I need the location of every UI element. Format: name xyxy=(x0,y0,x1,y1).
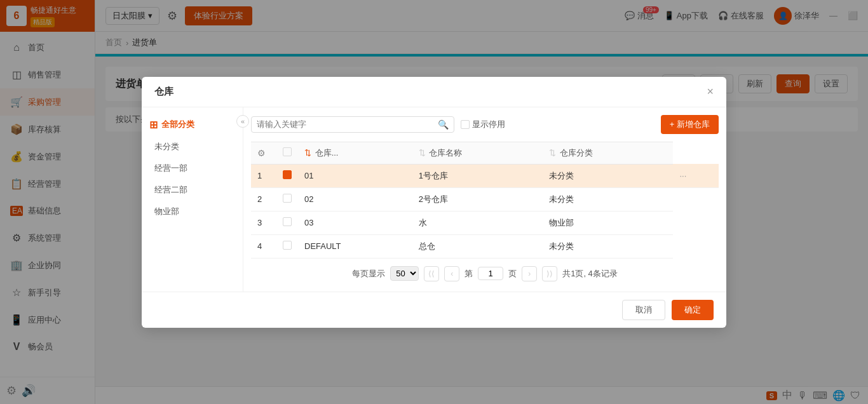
sort-icon2: ⇅ xyxy=(419,148,426,158)
row-no: 4 xyxy=(251,234,276,258)
show-disabled-checkbox[interactable] xyxy=(461,120,470,129)
show-disabled-label: 显示停用 xyxy=(472,119,505,130)
per-page-select[interactable]: 50 xyxy=(390,266,419,281)
th-checkbox xyxy=(276,142,298,164)
row-checkbox[interactable] xyxy=(276,211,298,234)
search-box: 🔍 xyxy=(251,116,454,133)
category-label: 物业部 xyxy=(154,206,179,216)
row-no: 2 xyxy=(251,187,276,211)
category-sidebar: ⊞ 全部分类 « 未分类 经营一部 经营二部 物业部 xyxy=(142,107,243,292)
search-icon[interactable]: 🔍 xyxy=(438,119,449,130)
row-code: DEFAULT xyxy=(298,234,412,258)
row-name: 水 xyxy=(412,211,543,234)
table-toolbar: 🔍 显示停用 + 新增仓库 xyxy=(251,115,719,134)
show-disabled-toggle: 显示停用 xyxy=(461,119,505,130)
category-label: 未分类 xyxy=(154,142,179,151)
per-page-label: 每页显示 xyxy=(352,268,385,279)
category-item-3[interactable]: 物业部 xyxy=(142,201,243,222)
table-container: ⚙ ⇅ 仓库... ⇅ xyxy=(251,142,719,259)
last-page-btn[interactable]: ⟩⟩ xyxy=(542,266,557,281)
sort-icon3: ⇅ xyxy=(549,148,556,158)
row-no: 3 xyxy=(251,211,276,234)
row-more-icon[interactable]: ··· xyxy=(679,171,686,180)
collapse-sidebar-btn[interactable]: « xyxy=(236,115,249,128)
table-area: 🔍 显示停用 + 新增仓库 ⚙ xyxy=(243,107,726,292)
table-body: 1 01 1号仓库 未分类 ··· 2 02 2号仓库 未分类 3 03 水 物… xyxy=(251,164,719,258)
modal-close-button[interactable]: × xyxy=(707,86,714,97)
th-code-label: 仓库... xyxy=(315,148,339,158)
all-categories-item[interactable]: ⊞ 全部分类 xyxy=(142,114,243,136)
th-code: ⇅ 仓库... xyxy=(298,142,412,164)
th-gear: ⚙ xyxy=(251,142,276,164)
total-label: 共1页, 4条记录 xyxy=(562,268,618,279)
row-category: 未分类 xyxy=(543,164,673,187)
grid-icon: ⊞ xyxy=(149,119,158,131)
page-label: 第 xyxy=(465,268,473,279)
row-checkbox[interactable] xyxy=(276,234,298,258)
confirm-button[interactable]: 确定 xyxy=(672,300,714,320)
add-warehouse-button[interactable]: + 新增仓库 xyxy=(661,115,719,134)
table-row[interactable]: 1 01 1号仓库 未分类 ··· xyxy=(251,164,719,187)
search-input[interactable] xyxy=(257,119,435,129)
select-all-checkbox[interactable] xyxy=(283,147,292,156)
category-item-2[interactable]: 经营二部 xyxy=(142,179,243,201)
row-name: 总仓 xyxy=(412,234,543,258)
row-code: 02 xyxy=(298,187,412,211)
table-row[interactable]: 3 03 水 物业部 xyxy=(251,211,719,234)
first-page-btn[interactable]: ⟨⟨ xyxy=(424,266,439,281)
th-category-label: 仓库分类 xyxy=(560,148,593,158)
warehouse-modal: 仓库 × ⊞ 全部分类 « 未分类 经营一部 经营二部 xyxy=(142,77,726,328)
pagination: 每页显示 50 ⟨⟨ ‹ 第 页 › ⟩⟩ 共1页, 4条记录 xyxy=(251,259,719,284)
warehouse-table: ⚙ ⇅ 仓库... ⇅ xyxy=(251,142,719,259)
category-label: 经营一部 xyxy=(154,163,187,173)
row-category: 未分类 xyxy=(543,234,673,258)
row-checkbox[interactable] xyxy=(276,164,298,187)
prev-page-btn[interactable]: ‹ xyxy=(444,266,459,281)
modal-title: 仓库 xyxy=(154,86,173,98)
row-category: 物业部 xyxy=(543,211,673,234)
row-no: 1 xyxy=(251,164,276,187)
row-name: 1号仓库 xyxy=(412,164,543,187)
sort-icon: ⇅ xyxy=(304,148,311,158)
th-name: ⇅ 仓库名称 xyxy=(412,142,543,164)
cancel-button[interactable]: 取消 xyxy=(622,300,665,320)
modal-body: ⊞ 全部分类 « 未分类 经营一部 经营二部 物业部 xyxy=(142,107,726,292)
next-page-btn[interactable]: › xyxy=(522,266,537,281)
modal-header: 仓库 × xyxy=(142,77,726,107)
page-input[interactable] xyxy=(478,267,503,280)
th-name-label: 仓库名称 xyxy=(429,148,462,158)
table-row[interactable]: 2 02 2号仓库 未分类 xyxy=(251,187,719,211)
gear-th-icon[interactable]: ⚙ xyxy=(257,148,266,158)
th-category: ⇅ 仓库分类 xyxy=(543,142,673,164)
page-suffix: 页 xyxy=(508,268,517,279)
category-item-0[interactable]: 未分类 xyxy=(142,136,243,158)
row-name: 2号仓库 xyxy=(412,187,543,211)
modal-overlay[interactable]: 仓库 × ⊞ 全部分类 « 未分类 经营一部 经营二部 xyxy=(0,0,868,404)
all-categories-label: 全部分类 xyxy=(161,119,194,130)
table-header-row: ⚙ ⇅ 仓库... ⇅ xyxy=(251,142,719,164)
category-label: 经营二部 xyxy=(154,185,187,194)
row-code: 03 xyxy=(298,211,412,234)
row-category: 未分类 xyxy=(543,187,673,211)
category-item-1[interactable]: 经营一部 xyxy=(142,158,243,179)
modal-footer: 取消 确定 xyxy=(142,292,726,328)
table-row[interactable]: 4 DEFAULT 总仓 未分类 xyxy=(251,234,719,258)
row-checkbox[interactable] xyxy=(276,187,298,211)
row-code: 01 xyxy=(298,164,412,187)
